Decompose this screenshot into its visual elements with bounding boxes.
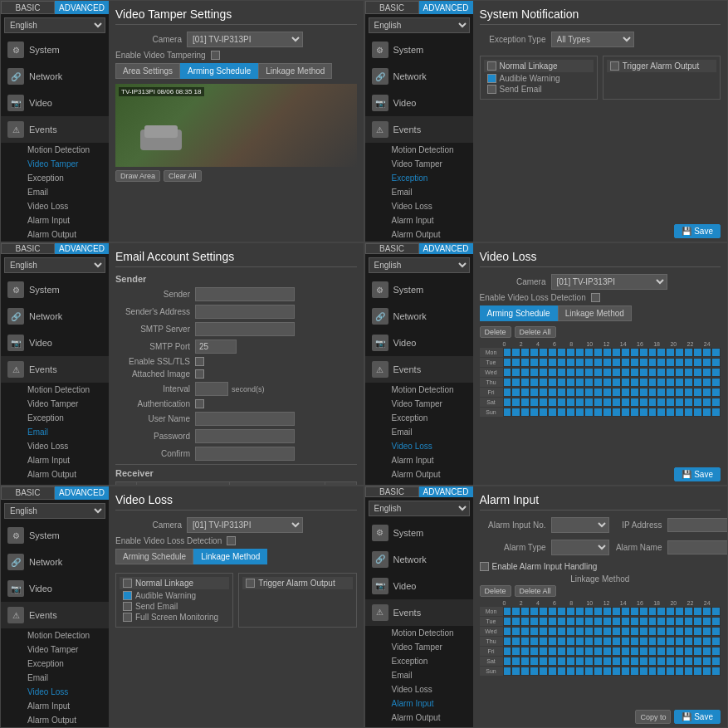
schedule-cell[interactable]: [693, 667, 702, 676]
schedule-cell[interactable]: [594, 607, 603, 616]
schedule-cell[interactable]: [693, 627, 702, 636]
schedule-cell[interactable]: [548, 627, 557, 636]
save-btn-6[interactable]: 💾 Save: [674, 710, 721, 724]
schedule-cell[interactable]: [702, 627, 711, 636]
schedule-cell[interactable]: [503, 388, 512, 397]
schedule-cell[interactable]: [621, 398, 630, 407]
schedule-cell[interactable]: [530, 617, 539, 626]
attached-cb[interactable]: [195, 369, 204, 379]
schedule-cell[interactable]: [630, 358, 639, 367]
smtp-port-input[interactable]: [195, 340, 237, 354]
schedule-cell[interactable]: [511, 348, 520, 357]
schedule-cell[interactable]: [702, 408, 711, 417]
schedule-cell[interactable]: [520, 378, 530, 387]
schedule-cell[interactable]: [539, 388, 548, 397]
schedule-cell[interactable]: [675, 617, 684, 626]
sidebar-item-video-2[interactable]: 📷 Video: [365, 90, 473, 116]
send-email-cb[interactable]: [487, 85, 496, 94]
schedule-cell[interactable]: [702, 647, 711, 656]
schedule-cell[interactable]: [639, 348, 648, 357]
schedule-cell[interactable]: [639, 627, 648, 636]
sidebar-item-network-5[interactable]: 🔗 Network: [1, 549, 109, 575]
schedule-cell[interactable]: [603, 647, 612, 656]
schedule-cell[interactable]: [684, 667, 693, 676]
sidebar-item-network-4[interactable]: 🔗 Network: [365, 303, 473, 330]
schedule-cell[interactable]: [657, 348, 666, 357]
sub-motion-6[interactable]: Motion Detection: [365, 626, 473, 640]
schedule-cell[interactable]: [666, 378, 675, 387]
schedule-cell[interactable]: [503, 617, 512, 626]
schedule-cell[interactable]: [503, 637, 512, 646]
sidebar-item-network-2[interactable]: 🔗 Network: [365, 63, 473, 90]
sub-exception-1[interactable]: Exception: [1, 171, 109, 185]
schedule-cell[interactable]: [648, 378, 657, 387]
schedule-cell[interactable]: [612, 368, 621, 377]
schedule-cell[interactable]: [594, 657, 603, 666]
sub-videotamper-1[interactable]: Video Tamper: [1, 157, 109, 171]
schedule-cell[interactable]: [666, 408, 675, 417]
schedule-cell[interactable]: [702, 368, 711, 377]
schedule-cell[interactable]: [557, 398, 566, 407]
schedule-cell[interactable]: [511, 667, 520, 676]
sidebar-item-events-6[interactable]: ⚠ Events: [365, 599, 473, 626]
schedule-cell[interactable]: [666, 627, 675, 636]
schedule-cell[interactable]: [520, 607, 530, 616]
schedule-cell[interactable]: [675, 358, 684, 367]
lang-select-2[interactable]: English: [369, 17, 470, 33]
schedule-cell[interactable]: [548, 607, 557, 616]
schedule-cell[interactable]: [684, 617, 693, 626]
schedule-cell[interactable]: [630, 617, 639, 626]
schedule-cell[interactable]: [584, 388, 594, 397]
schedule-cell[interactable]: [603, 607, 612, 616]
schedule-cell[interactable]: [520, 617, 530, 626]
audible-warning-cb[interactable]: [487, 74, 496, 83]
schedule-cell[interactable]: [575, 398, 584, 407]
schedule-cell[interactable]: [520, 637, 530, 646]
schedule-cell[interactable]: [657, 358, 666, 367]
schedule-cell[interactable]: [612, 348, 621, 357]
sub-videoloss-4[interactable]: Video Loss: [365, 439, 473, 453]
enable-checkbox-1[interactable]: [211, 51, 220, 60]
sub-email-6[interactable]: Email: [365, 668, 473, 682]
schedule-cell[interactable]: [511, 607, 520, 616]
schedule-cell[interactable]: [666, 637, 675, 646]
schedule-cell[interactable]: [639, 358, 648, 367]
schedule-cell[interactable]: [511, 358, 520, 367]
schedule-cell[interactable]: [584, 368, 594, 377]
sub-videotamper-2[interactable]: Video Tamper: [365, 157, 473, 171]
schedule-cell[interactable]: [584, 348, 594, 357]
ssl-cb[interactable]: [195, 357, 204, 366]
sub-motion-1[interactable]: Motion Detection: [1, 143, 109, 157]
schedule-cell[interactable]: [657, 647, 666, 656]
schedule-cell[interactable]: [693, 617, 702, 626]
schedule-cell[interactable]: [530, 657, 539, 666]
schedule-cell[interactable]: [548, 408, 557, 417]
schedule-cell[interactable]: [666, 368, 675, 377]
schedule-cell[interactable]: [603, 368, 612, 377]
schedule-cell[interactable]: [594, 348, 603, 357]
schedule-cell[interactable]: [539, 617, 548, 626]
schedule-cell[interactable]: [503, 398, 512, 407]
schedule-cell[interactable]: [657, 667, 666, 676]
schedule-cell[interactable]: [503, 408, 512, 417]
schedule-cell[interactable]: [530, 408, 539, 417]
schedule-cell[interactable]: [666, 667, 675, 676]
schedule-cell[interactable]: [511, 388, 520, 397]
sidebar-item-events-2[interactable]: ⚠ Events: [365, 116, 473, 143]
schedule-cell[interactable]: [566, 388, 575, 397]
schedule-cell[interactable]: [639, 657, 648, 666]
schedule-cell[interactable]: [566, 607, 575, 616]
schedule-cell[interactable]: [630, 667, 639, 676]
schedule-cell[interactable]: [657, 617, 666, 626]
schedule-cell[interactable]: [612, 388, 621, 397]
schedule-cell[interactable]: [702, 607, 711, 616]
schedule-cell[interactable]: [666, 657, 675, 666]
schedule-cell[interactable]: [575, 637, 584, 646]
sub-email-1[interactable]: Email: [1, 185, 109, 199]
schedule-cell[interactable]: [548, 378, 557, 387]
schedule-cell[interactable]: [684, 657, 693, 666]
ctab-arming-5[interactable]: Arming Schedule: [115, 549, 193, 564]
senders-address-input[interactable]: [195, 305, 295, 319]
schedule-cell[interactable]: [539, 348, 548, 357]
schedule-cell[interactable]: [511, 627, 520, 636]
